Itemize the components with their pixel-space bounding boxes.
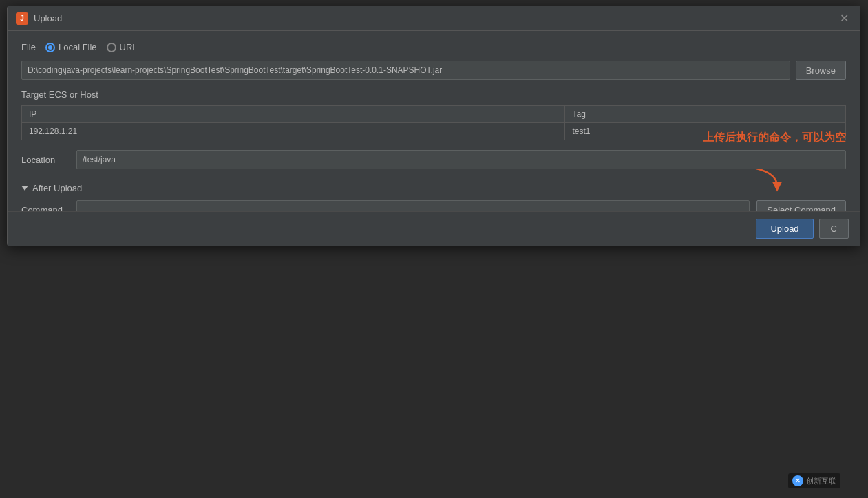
cell-ip: 192.128.1.21 [22,123,565,140]
file-path-input[interactable] [21,61,790,80]
local-file-option[interactable]: Local File [45,42,97,52]
file-path-row: Browse [21,61,846,80]
title-bar: J Upload ✕ [8,6,860,31]
location-label: Location [21,155,70,165]
target-section-label: Target ECS or Host [21,89,846,100]
brand-badge: ✕ 创新互联 [788,473,840,488]
col-tag-header: Tag [565,106,846,123]
location-wrapper: 上传后执行的命令，可以为空 Location [21,150,846,169]
radio-group: Local File URL [45,42,138,52]
dialog-footer: Upload C [8,211,860,246]
url-label: URL [120,42,138,52]
url-radio[interactable] [107,43,116,52]
close-button[interactable]: ✕ [837,12,851,25]
dialog-title: Upload [34,13,62,23]
location-row: Location [21,150,846,169]
title-bar-left: J Upload [16,12,62,25]
file-label: File [21,42,36,52]
collapse-icon [21,186,28,191]
upload-button[interactable]: Upload [756,219,813,239]
local-file-radio[interactable] [45,43,55,52]
annotation-text: 上传后执行的命令，可以为空 [703,131,846,145]
browse-button[interactable]: Browse [796,61,846,80]
after-upload-label: After Upload [32,183,82,193]
upload-dialog: J Upload ✕ File Local File URL Browse [7,6,860,246]
location-input[interactable] [76,150,846,169]
brand-name: 创新互联 [806,476,836,486]
cancel-button[interactable]: C [819,219,849,239]
app-icon: J [16,12,28,25]
file-row: File Local File URL [21,42,846,52]
local-file-label: Local File [59,42,97,52]
brand-icon: ✕ [792,475,803,486]
url-option[interactable]: URL [107,42,138,52]
col-ip-header: IP [22,106,565,123]
